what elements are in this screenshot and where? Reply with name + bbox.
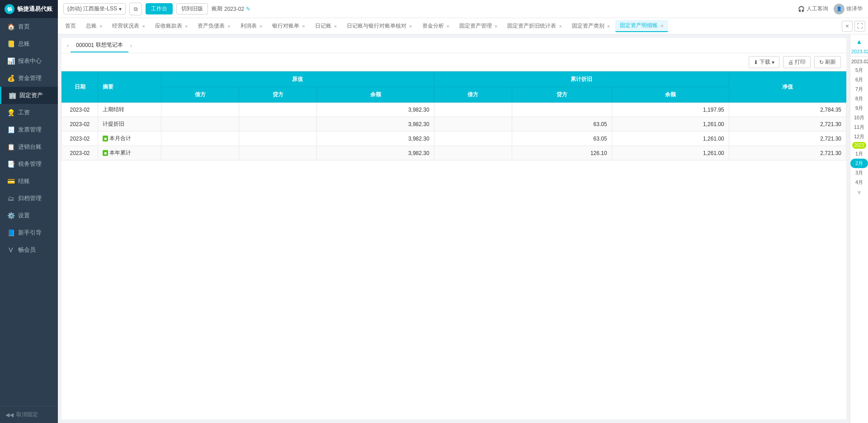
sidebar-item-1[interactable]: 📒总账 (0, 35, 58, 52)
tabbar: 首页总账×经营状况表×应收账款表×资产负债表×利润表×银行对账单×日记账×日记账… (58, 18, 868, 34)
tab-close-all-button[interactable]: × (842, 21, 853, 32)
tab-close-1[interactable]: × (99, 24, 102, 29)
tab-close-5[interactable]: × (259, 24, 262, 29)
tab-close-13[interactable]: × (660, 23, 663, 28)
detail-table: 日期 摘要 原值 累计折旧 净值 借方 贷方 余额 借方 贷方 余额 (61, 71, 846, 160)
tab-close-9[interactable]: × (447, 24, 449, 29)
sidebar-icon-2: 📊 (7, 57, 14, 65)
right-panel-month-item-4[interactable]: 7月 (850, 85, 868, 94)
right-panel-month-item-1[interactable]: 2023.02 (850, 57, 868, 66)
tab-item-7[interactable]: 日记账× (311, 20, 341, 32)
download-icon: ⬇ (754, 59, 758, 66)
workbench-button[interactable]: 工作台 (146, 3, 173, 14)
sidebar-icon-13: V (7, 246, 14, 254)
sidebar-bottom-label: 取消固定 (16, 411, 38, 418)
tab-fullscreen-button[interactable]: ⛶ (854, 21, 865, 32)
refresh-label: 刷新 (825, 58, 836, 66)
sidebar-item-6[interactable]: 🧾发票管理 (0, 121, 58, 138)
tab-label-7: 日记账 (315, 22, 331, 30)
right-panel-year-header: 2023.02 (850, 47, 868, 56)
tab-item-13[interactable]: 固定资产明细账× (615, 20, 668, 32)
table-row: 2023-02 ■本年累计 3,982.30 126.10 1,261.00 2… (62, 146, 846, 160)
tag-green-3: ■ (103, 150, 108, 156)
sidebar-item-8[interactable]: 📑税务管理 (0, 155, 58, 173)
tab-close-8[interactable]: × (409, 24, 412, 29)
tab-item-6[interactable]: 银行对账单× (268, 20, 309, 32)
sidebar-item-10[interactable]: 🗂归档管理 (0, 190, 58, 207)
scroll-down-button[interactable]: ▼ (854, 187, 864, 198)
sidebar-item-0[interactable]: 🏠首页 (0, 18, 58, 35)
right-panel-month-item-14[interactable]: 4月 (850, 178, 868, 187)
sub-tab-item[interactable]: 000001 联想笔记本 (71, 38, 128, 52)
sidebar-icon-0: 🏠 (7, 23, 14, 30)
print-button[interactable]: 🖨 打印 (783, 56, 811, 68)
sidebar-item-9[interactable]: 💳结账 (0, 173, 58, 190)
sidebar-item-3[interactable]: 💰资金管理 (0, 70, 58, 87)
sidebar-item-11[interactable]: ⚙️设置 (0, 207, 58, 224)
tab-item-8[interactable]: 日记账与银行对账单核对× (342, 20, 416, 32)
cell-date-3: 2023-02 (62, 146, 98, 160)
right-panel-month-item-2[interactable]: 5月 (850, 66, 868, 75)
content-area: ‹ 000001 联想笔记本 › ⬇ 下载 ▾ 🖨 打印 (58, 34, 868, 423)
sidebar-icon-11: ⚙️ (7, 212, 14, 219)
tab-item-10[interactable]: 固定资产管理× (455, 20, 502, 32)
headset-icon: 🎧 (798, 6, 805, 12)
tab-item-3[interactable]: 应收账款表× (151, 20, 192, 32)
right-panel-month-item-9[interactable]: 12月 (850, 132, 868, 141)
tab-label-9: 资金分析 (422, 22, 444, 30)
right-panel-month-item-11[interactable]: 1月 (850, 149, 868, 159)
cell-yz-balance-0: 3,982.30 (317, 103, 434, 117)
toolbar: ⬇ 下载 ▾ 🖨 打印 ↻ 刷新 (61, 53, 846, 71)
tab-close-3[interactable]: × (185, 24, 188, 29)
switch-version-button[interactable]: 切到旧版 (176, 3, 208, 14)
cell-lj-credit-2: 63.05 (512, 132, 612, 146)
sidebar-bottom[interactable]: ◀◀ 取消固定 (0, 406, 58, 423)
period-label: 账期 (212, 5, 222, 13)
refresh-button[interactable]: ↻ 刷新 (814, 56, 841, 68)
right-panel-month-item-6[interactable]: 9月 (850, 103, 868, 113)
tab-close-2[interactable]: × (142, 24, 145, 29)
copy-button[interactable]: ⧉ (129, 3, 142, 15)
sidebar-item-2[interactable]: 📊报表中心 (0, 52, 58, 70)
tab-close-10[interactable]: × (495, 24, 497, 29)
sidebar-logo: 畅 畅捷通易代账 (0, 0, 58, 18)
right-panel-month-item-7[interactable]: 10月 (850, 113, 868, 122)
sidebar-icon-7: 📋 (7, 143, 14, 150)
tab-item-11[interactable]: 固定资产折旧统计表× (503, 20, 566, 32)
sidebar-item-5[interactable]: 👷工资 (0, 104, 58, 121)
sidebar-item-7[interactable]: 📋进销台账 (0, 138, 58, 155)
right-panel-month-item-13[interactable]: 3月 (850, 168, 868, 178)
service-button[interactable]: 🎧 人工客询 (798, 5, 828, 13)
tab-close-6[interactable]: × (302, 24, 305, 29)
table-row: 2023-02 上期结转 3,982.30 1,197.95 2,784.35 (62, 103, 846, 117)
tab-close-12[interactable]: × (607, 24, 610, 29)
sidebar-item-13[interactable]: V畅会员 (0, 241, 58, 258)
scroll-up-button[interactable]: ▲ (854, 36, 864, 47)
tab-item-12[interactable]: 固定资产类别× (567, 20, 614, 32)
next-arrow[interactable]: › (128, 42, 134, 49)
tab-item-2[interactable]: 经营状况表× (108, 20, 149, 32)
cell-net-2: 2,721.30 (729, 132, 846, 146)
right-panel-month-item-3[interactable]: 6月 (850, 75, 868, 85)
company-selector[interactable]: (勿动) 江西服坐-LSS ▾ (63, 3, 126, 14)
tab-item-5[interactable]: 利润表× (236, 20, 267, 32)
cell-desc-1: 计提折旧 (98, 117, 161, 132)
sidebar-item-4[interactable]: 🏢固定资产 (0, 87, 58, 104)
tab-close-7[interactable]: × (334, 24, 337, 29)
right-panel-month-item-5[interactable]: 8月 (850, 94, 868, 103)
user-menu[interactable]: 👤 徐泽华 (834, 4, 863, 14)
prev-arrow[interactable]: ‹ (65, 42, 71, 49)
period-edit-icon[interactable]: ✎ (246, 6, 250, 12)
tab-close-4[interactable]: × (227, 24, 230, 29)
sidebar-item-12[interactable]: 📘新手引导 (0, 224, 58, 241)
download-button[interactable]: ⬇ 下载 ▾ (749, 56, 779, 68)
tab-close-11[interactable]: × (559, 24, 561, 29)
tab-item-1[interactable]: 总账× (81, 20, 107, 32)
right-panel-year-badge[interactable]: 2023 (852, 142, 866, 149)
tab-item-0[interactable]: 首页 (61, 20, 80, 32)
right-panel-active-month[interactable]: 2月 (850, 159, 868, 168)
tab-label-1: 总账 (86, 22, 97, 30)
tab-item-9[interactable]: 资金分析× (418, 20, 454, 32)
right-panel-month-item-8[interactable]: 11月 (850, 122, 868, 132)
tab-item-4[interactable]: 资产负债表× (193, 20, 235, 32)
